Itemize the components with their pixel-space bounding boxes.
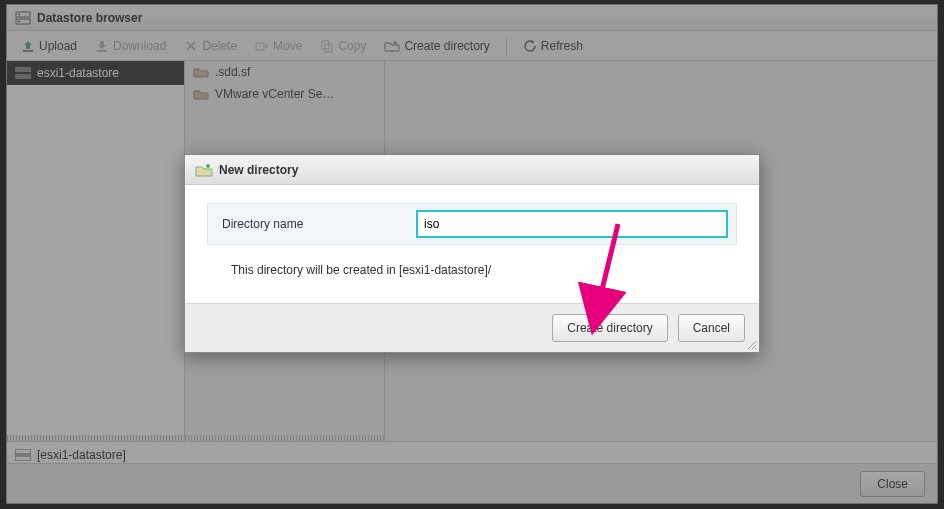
create-directory-confirm-button[interactable]: Create directory <box>552 314 667 342</box>
dialog-title: New directory <box>219 163 298 177</box>
dialog-titlebar: New directory <box>185 155 759 185</box>
new-directory-dialog: New directory Directory name This direct… <box>184 154 760 353</box>
directory-name-input[interactable] <box>416 210 728 238</box>
cancel-button[interactable]: Cancel <box>678 314 745 342</box>
directory-name-label: Directory name <box>208 207 416 241</box>
folder-new-icon <box>195 163 213 177</box>
dialog-info-text: This directory will be created in [esxi1… <box>207 245 737 281</box>
dialog-body: Directory name This directory will be cr… <box>185 185 759 303</box>
directory-name-row: Directory name <box>207 203 737 245</box>
resize-grip-icon[interactable] <box>747 340 757 350</box>
dialog-footer: Create directory Cancel <box>185 303 759 352</box>
